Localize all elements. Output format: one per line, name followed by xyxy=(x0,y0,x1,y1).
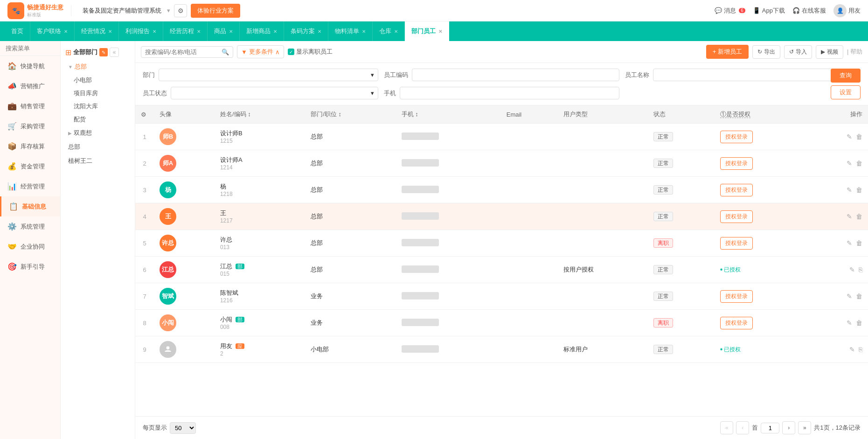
tab-home[interactable]: 首页 xyxy=(5,21,30,41)
tab-warehouse[interactable]: 仓库 ✕ xyxy=(373,21,405,41)
sidebar-item-guide[interactable]: 🎯 新手引导 xyxy=(0,257,60,277)
dept-sub-xiaodibu[interactable]: 小电部 xyxy=(61,74,135,87)
prev-page-button[interactable]: ‹ xyxy=(736,421,749,434)
query-button[interactable]: 查询 xyxy=(831,69,861,83)
emp-code-input[interactable] xyxy=(412,69,619,81)
auth-button[interactable]: 授权登录 xyxy=(720,237,753,250)
service-button[interactable]: 🎧 在线客服 xyxy=(792,7,826,15)
tab-barcode-close[interactable]: ✕ xyxy=(318,29,321,34)
edit-icon[interactable]: ✎ xyxy=(847,133,852,140)
tab-new-goods-close[interactable]: ✕ xyxy=(273,29,277,34)
dept-select[interactable]: ▾ xyxy=(159,69,378,81)
import-button[interactable]: ↺ 导入 xyxy=(784,45,812,59)
tab-profit-close[interactable]: ✕ xyxy=(153,29,156,34)
emp-name-input[interactable] xyxy=(653,69,861,81)
sidebar-item-collab[interactable]: 🤝 企业协同 xyxy=(0,237,60,257)
sidebar-item-purchase[interactable]: 🛒 采购管理 xyxy=(0,116,60,136)
employee-code: 013 xyxy=(220,244,299,251)
sidebar-item-inventory[interactable]: 📦 库存核算 xyxy=(0,136,60,156)
tab-profit[interactable]: 利润报告 ✕ xyxy=(119,21,163,41)
trial-button[interactable]: 体验行业方案 xyxy=(191,4,240,18)
tab-warehouse-close[interactable]: ✕ xyxy=(394,29,398,34)
col-phone[interactable]: 手机 ↕ xyxy=(396,105,501,124)
sidebar-item-marketing[interactable]: 📣 营销推广 xyxy=(0,76,60,96)
auth-button[interactable]: 授权登录 xyxy=(720,157,753,170)
tab-bom[interactable]: 物料清单 ✕ xyxy=(328,21,373,41)
delete-icon[interactable]: 🗑 xyxy=(856,186,862,194)
edit-icon[interactable]: ✎ xyxy=(847,319,852,327)
dept-sub-project[interactable]: 项目库房 xyxy=(61,87,135,100)
edit-icon[interactable]: ✎ xyxy=(847,293,852,300)
edit-icon[interactable]: ✎ xyxy=(849,346,855,353)
tab-employee[interactable]: 部门员工 ✕ xyxy=(405,21,449,41)
phone-input[interactable] xyxy=(400,87,619,99)
export-button[interactable]: ↻ 导出 xyxy=(752,45,780,59)
dept-item-hq2[interactable]: 总部 xyxy=(61,140,135,154)
col-dept[interactable]: 部门/职位 ↕ xyxy=(305,105,396,124)
message-button[interactable]: 💬 消息 6 xyxy=(715,7,745,15)
delete-icon[interactable]: 🗑 xyxy=(856,293,862,300)
user-avatar[interactable]: 👤 用友 xyxy=(833,4,861,17)
last-page-button[interactable]: » xyxy=(798,421,811,434)
sidebar-item-sales[interactable]: 💼 销售管理 xyxy=(0,96,60,116)
edit-icon[interactable]: ✎ xyxy=(847,186,852,194)
tab-goods[interactable]: 商品 ✕ xyxy=(208,21,240,41)
edit-icon[interactable]: ✎ xyxy=(847,213,852,220)
dept-item-headquarters[interactable]: ▼ 总部 xyxy=(61,60,135,74)
gear-button[interactable]: ⚙ xyxy=(174,4,187,17)
app-download-button[interactable]: 📱 App下载 xyxy=(753,7,785,15)
first-page-button[interactable]: « xyxy=(720,421,733,434)
tab-goods-close[interactable]: ✕ xyxy=(229,29,233,34)
tab-new-goods[interactable]: 新增商品 ✕ xyxy=(240,21,284,41)
tab-barcode[interactable]: 条码方案 ✕ xyxy=(284,21,328,41)
dept-collapse-button[interactable]: « xyxy=(110,48,119,57)
auth-button[interactable]: 授权登录 xyxy=(720,131,753,143)
tab-history[interactable]: 经营历程 ✕ xyxy=(163,21,208,41)
per-page-select[interactable]: 50 20 100 xyxy=(170,422,196,434)
tab-business-close[interactable]: ✕ xyxy=(108,29,112,34)
search-input[interactable] xyxy=(145,49,220,56)
delete-icon[interactable]: 🗑 xyxy=(856,319,862,327)
sidebar-item-operations[interactable]: 📊 经营管理 xyxy=(0,176,60,196)
copy-icon[interactable]: ⎘ xyxy=(859,346,862,353)
tab-business[interactable]: 经营情况 ✕ xyxy=(75,21,119,41)
resigned-checkbox[interactable]: ✓ xyxy=(288,49,294,55)
edit-icon[interactable]: ✎ xyxy=(847,239,852,247)
tab-customer[interactable]: 客户联络 ✕ xyxy=(30,21,75,41)
next-page-button[interactable]: › xyxy=(782,421,795,434)
auth-button[interactable]: 授权登录 xyxy=(720,210,753,223)
tab-history-close[interactable]: ✕ xyxy=(197,29,201,34)
reset-button[interactable]: 设置 xyxy=(831,85,861,99)
add-employee-button[interactable]: + 新增员工 xyxy=(706,45,749,59)
more-filter-button[interactable]: ▼ 更多条件 ∧ xyxy=(237,45,284,58)
delete-icon[interactable]: 🗑 xyxy=(856,213,862,220)
delete-icon[interactable]: 🗑 xyxy=(856,160,862,167)
dept-sub-shenyang[interactable]: 沈阳大库 xyxy=(61,100,135,113)
dept-item-plant[interactable]: 植树王二 xyxy=(61,154,135,168)
tab-customer-close[interactable]: ✕ xyxy=(64,29,68,34)
sidebar-item-basic[interactable]: 📋 基础信息 xyxy=(0,196,60,216)
page-number-input[interactable] xyxy=(761,423,779,433)
emp-status-select[interactable]: ▾ xyxy=(171,87,378,99)
tab-employee-close[interactable]: ✕ xyxy=(438,29,442,34)
delete-icon[interactable]: 🗑 xyxy=(856,133,862,140)
dept-sub-distribution[interactable]: 配货 xyxy=(61,113,135,126)
tab-bom-close[interactable]: ✕ xyxy=(362,29,366,34)
sidebar-item-system[interactable]: ⚙️ 系统管理 xyxy=(0,216,60,237)
col-name[interactable]: 姓名/编码 ↕ xyxy=(215,105,305,124)
auth-button[interactable]: 授权登录 xyxy=(720,317,753,329)
col-settings[interactable]: ⚙ xyxy=(135,105,154,124)
dept-edit-button[interactable]: ✎ xyxy=(99,48,108,56)
show-resigned-toggle[interactable]: ✓ 显示离职员工 xyxy=(288,48,333,56)
delete-icon[interactable]: 🗑 xyxy=(856,239,862,247)
view-button[interactable]: ▶ 视频 xyxy=(816,45,843,59)
auth-button[interactable]: 授权登录 xyxy=(720,290,753,303)
copy-icon[interactable]: ⎘ xyxy=(859,266,862,273)
dept-item-shuanglu[interactable]: ▶ 双鹿想 xyxy=(61,126,135,140)
sidebar-item-finance[interactable]: 💰 资金管理 xyxy=(0,156,60,176)
sidebar-item-nav[interactable]: 🏠 快捷导航 xyxy=(0,56,60,76)
auth-button[interactable]: 授权登录 xyxy=(720,184,753,196)
help-button[interactable]: | 帮助 xyxy=(847,48,862,56)
edit-icon[interactable]: ✎ xyxy=(847,160,852,167)
edit-icon[interactable]: ✎ xyxy=(849,266,855,273)
